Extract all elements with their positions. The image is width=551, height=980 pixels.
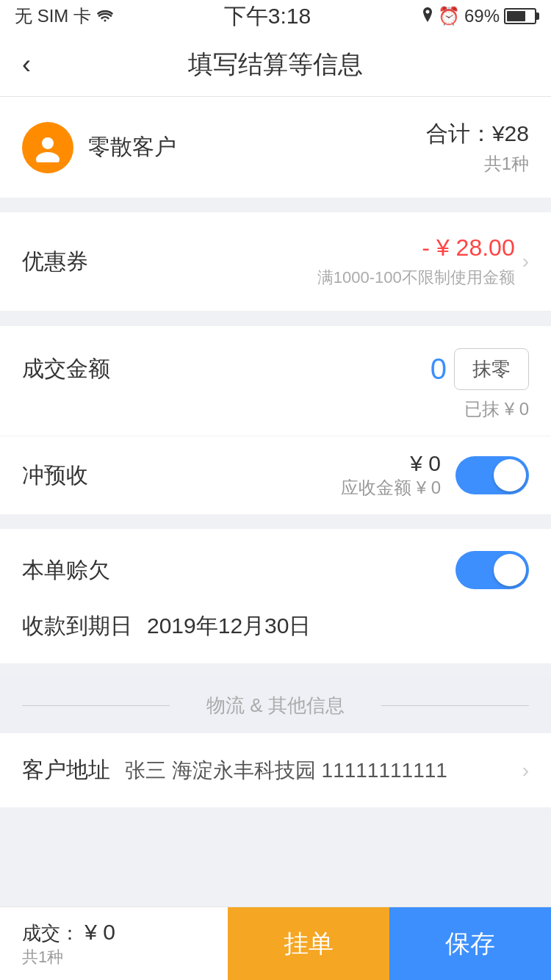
due-date-label: 收款到期日 [22, 611, 132, 641]
save-button[interactable]: 保存 [389, 907, 551, 981]
status-right: ⏰ 69% [422, 6, 536, 26]
logistics-label: 物流 & 其他信息 [206, 693, 345, 718]
transaction-sub: 已抹 ¥ 0 [0, 397, 551, 436]
prepay-toggle[interactable] [455, 456, 529, 494]
debt-label: 本单赊欠 [22, 555, 110, 586]
battery-icon [504, 8, 536, 24]
total-amount: 合计：¥28 [426, 119, 529, 149]
chevron-right-icon: › [522, 250, 529, 273]
svg-point-0 [42, 137, 54, 149]
wifi-icon [97, 6, 113, 26]
address-chevron-icon: › [522, 759, 529, 782]
prepay-sub-value: 应收金额 ¥ 0 [341, 476, 441, 500]
back-button[interactable]: ‹ [22, 49, 31, 80]
bottom-deal: 成交： ¥ 0 [22, 920, 206, 946]
main-content: 零散客户 合计：¥28 共1种 优惠券 - ¥ 28.00 满1000-100不… [0, 97, 551, 888]
debt-section: 本单赊欠 收款到期日 2019年12月30日 [0, 529, 551, 663]
transaction-section: 成交金额 0 抹零 已抹 ¥ 0 冲预收 ¥ 0 应收金额 ¥ 0 [0, 326, 551, 514]
prepay-row: 冲预收 ¥ 0 应收金额 ¥ 0 [0, 436, 551, 514]
customer-row: 零散客户 合计：¥28 共1种 [0, 97, 551, 198]
debt-toggle[interactable] [455, 551, 529, 589]
alarm-icon: ⏰ [438, 6, 460, 26]
coupon-discount: - ¥ 28.00 [317, 234, 515, 262]
carrier-text: 无 SIM 卡 [15, 4, 91, 28]
address-label: 客户地址 [22, 755, 110, 785]
transaction-row: 成交金额 0 抹零 [0, 326, 551, 397]
transaction-right: 0 抹零 [431, 348, 529, 390]
customer-left: 零散客户 [22, 122, 176, 173]
status-time: 下午3:18 [224, 1, 311, 32]
coupon-row[interactable]: 优惠券 - ¥ 28.00 满1000-100不限制使用金额 › [0, 212, 551, 311]
prepay-right: ¥ 0 应收金额 ¥ 0 [341, 451, 529, 500]
coupon-right: - ¥ 28.00 满1000-100不限制使用金额 › [317, 234, 529, 289]
divider-line: 物流 & 其他信息 [0, 693, 551, 718]
toggle-knob [494, 459, 526, 491]
address-section[interactable]: 客户地址 张三 海淀永丰科技园 11111111111 › [0, 733, 551, 807]
coupon-label: 优惠券 [22, 247, 88, 277]
battery-text: 69% [464, 6, 500, 26]
nav-bar: ‹ 填写结算等信息 [0, 32, 551, 97]
customer-right: 合计：¥28 共1种 [426, 119, 529, 176]
transaction-value: 0 [431, 353, 447, 386]
svg-point-1 [36, 152, 60, 162]
due-date-value: 2019年12月30日 [147, 611, 311, 641]
prepay-values: ¥ 0 应收金额 ¥ 0 [341, 451, 441, 500]
due-date-row: 收款到期日 2019年12月30日 [22, 611, 529, 641]
logistics-divider: 物流 & 其他信息 [0, 678, 551, 733]
bottom-deal-amount: ¥ 0 [84, 920, 115, 944]
page-title: 填写结算等信息 [188, 48, 363, 82]
coupon-note: 满1000-100不限制使用金额 [317, 268, 515, 287]
coupon-value: - ¥ 28.00 满1000-100不限制使用金额 [317, 234, 515, 289]
total-count: 共1种 [426, 152, 529, 176]
coupon-section: 优惠券 - ¥ 28.00 满1000-100不限制使用金额 › [0, 212, 551, 311]
debt-row: 本单赊欠 [22, 551, 529, 589]
prepay-label: 冲预收 [22, 461, 88, 491]
bottom-count: 共1种 [22, 946, 206, 968]
customer-name: 零散客户 [88, 132, 176, 162]
location-icon [422, 6, 433, 26]
bottom-bar: 成交： ¥ 0 共1种 挂单 保存 [0, 907, 551, 980]
address-value: 张三 海淀永丰科技园 11111111111 [125, 757, 522, 785]
round-button[interactable]: 抹零 [454, 348, 529, 390]
bottom-deal-label: 成交： [22, 922, 79, 944]
customer-avatar [22, 122, 73, 173]
status-left: 无 SIM 卡 [15, 4, 113, 28]
status-bar: 无 SIM 卡 下午3:18 ⏰ 69% [0, 0, 551, 32]
prepay-main-value: ¥ 0 [341, 451, 441, 476]
debt-toggle-knob [494, 554, 526, 586]
pending-button[interactable]: 挂单 [228, 907, 389, 981]
bottom-info: 成交： ¥ 0 共1种 [0, 920, 228, 968]
transaction-label: 成交金额 [22, 354, 110, 384]
